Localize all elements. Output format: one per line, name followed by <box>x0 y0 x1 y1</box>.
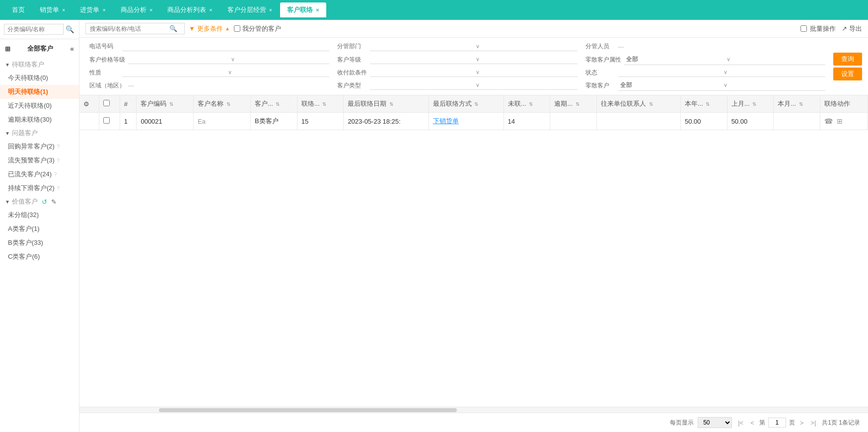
search-icon[interactable]: 🔍 <box>169 25 177 32</box>
batch-checkbox[interactable] <box>800 25 807 32</box>
col-contacts[interactable]: 联络... ⇅ <box>297 95 344 113</box>
nav-customer-tier[interactable]: 客户分层经营 × <box>220 2 279 17</box>
col-code[interactable]: 客户编码 ⇅ <box>137 95 194 113</box>
nav-customer-contact[interactable]: 客户联络 × <box>280 2 326 17</box>
close-customer-contact-icon[interactable]: × <box>316 7 319 13</box>
sidebar-item-abnormal[interactable]: 回购异常客户(2) ? <box>0 140 79 153</box>
sidebar-item-today[interactable]: 今天待联络(0) <box>0 71 79 85</box>
sidebar-group-pending[interactable]: ▼ 待联络客户 <box>0 58 79 71</box>
sidebar-item-week[interactable]: 近7天待联络(0) <box>0 99 79 113</box>
edit-icon[interactable]: ✎ <box>51 198 57 206</box>
last-page-btn[interactable]: >| <box>808 418 818 428</box>
close-customer-tier-icon[interactable]: × <box>269 7 272 13</box>
help-icon-lost[interactable]: ? <box>54 171 57 177</box>
sort-contacts-icon: ⇅ <box>322 101 326 107</box>
my-customers-check[interactable] <box>234 25 240 32</box>
sidebar-item-declining[interactable]: 持续下滑客户(2) ? <box>0 181 79 195</box>
last-method-link[interactable]: 下销货单 <box>433 117 459 125</box>
prev-page-btn[interactable]: < <box>748 418 756 428</box>
close-product-analysis-list-icon[interactable]: × <box>209 7 212 13</box>
filter-price-level-select[interactable]: ∨ <box>128 55 329 64</box>
sidebar-all-customers[interactable]: ⊞ 全部客户 « <box>0 41 79 56</box>
batch-operations-button[interactable]: 批量操作 <box>800 24 836 33</box>
col-this-month[interactable]: 本月... ⇅ <box>774 95 820 113</box>
filter-phone-input[interactable] <box>122 42 329 51</box>
sidebar-item-tomorrow[interactable]: 明天待联络(1) <box>0 85 79 99</box>
per-page-select[interactable]: 50 100 200 <box>698 417 732 428</box>
row-checkbox[interactable] <box>103 117 110 124</box>
sidebar-group-value[interactable]: ▼ 价值客户 ↺ ✎ <box>0 195 79 208</box>
filter-dept-select[interactable]: ∨ <box>370 42 577 51</box>
refresh-icon[interactable]: ↺ <box>42 198 47 206</box>
settings-button[interactable]: 设置 <box>833 68 862 80</box>
col-no-contact[interactable]: 未联... ⇅ <box>504 95 550 113</box>
export-button[interactable]: ↗ 导出 <box>842 24 862 33</box>
close-purchase-icon[interactable]: × <box>102 7 105 13</box>
sidebar-item-ungrouped[interactable]: 未分组(32) <box>0 208 79 222</box>
page-input[interactable] <box>768 418 786 428</box>
cell-code: 000021 <box>137 113 194 130</box>
filter-status-select[interactable]: ∨ <box>618 68 825 77</box>
filter-retail-customer-select[interactable]: 全部 ∨ <box>618 80 825 91</box>
help-icon-abnormal[interactable]: ? <box>57 144 60 149</box>
col-overdue[interactable]: 逾期... ⇅ <box>550 95 597 113</box>
nav-purchase[interactable]: 进货单 × <box>73 2 112 17</box>
horizontal-scrollbar[interactable] <box>79 407 868 413</box>
nav-sales[interactable]: 销货单 × <box>33 2 72 17</box>
chevron-down-icon8: ∨ <box>474 81 578 89</box>
more-filters-button[interactable]: ▼ 更多条件 ▲ <box>189 24 230 33</box>
col-last-month[interactable]: 上月... ⇅ <box>727 95 774 113</box>
select-all-checkbox[interactable] <box>103 100 110 106</box>
cell-checkbox[interactable] <box>99 113 120 130</box>
filter-payment-select[interactable]: ∨ <box>370 68 577 77</box>
nav-home[interactable]: 首页 <box>5 2 32 17</box>
help-icon-declining[interactable]: ? <box>57 185 60 191</box>
cell-contacts2 <box>596 113 680 130</box>
filter-customer-type-select[interactable]: ∨ <box>370 81 577 90</box>
contact-icon[interactable]: ☎ <box>824 117 833 125</box>
filter-region-dots[interactable]: ··· <box>128 81 134 89</box>
query-button[interactable]: 查询 <box>833 53 862 66</box>
sidebar-search-input[interactable] <box>4 24 64 35</box>
filter-retail-attr-select[interactable]: 全部 ∨ <box>624 54 825 65</box>
filter-icon: ▼ <box>189 25 195 32</box>
filter-manager-dots[interactable]: ··· <box>618 43 624 51</box>
page-unit: 页 <box>789 419 795 427</box>
close-sales-icon[interactable]: × <box>62 7 65 13</box>
col-name[interactable]: 客户名称 ⇅ <box>194 95 251 113</box>
col-checkbox[interactable] <box>99 95 120 113</box>
chevron-down-icon5: ∨ <box>226 68 330 76</box>
sidebar-item-lost[interactable]: 已流失客户(24) ? <box>0 167 79 181</box>
my-customers-checkbox[interactable]: 我分管的客户 <box>234 24 281 33</box>
scroll-thumb[interactable] <box>159 408 457 412</box>
close-product-analysis-icon[interactable]: × <box>149 7 152 13</box>
sidebar-item-b-class[interactable]: B类客户(33) <box>0 236 79 250</box>
col-type[interactable]: 客户... ⇅ <box>250 95 297 113</box>
cell-last-method[interactable]: 下销货单 <box>429 113 504 130</box>
action-icons: ☎ ⊞ <box>824 117 864 125</box>
col-settings[interactable]: ⚙ <box>79 95 99 113</box>
next-page-btn[interactable]: > <box>798 418 806 428</box>
col-last-date[interactable]: 最后联络日期 ⇅ <box>344 95 429 113</box>
sidebar-item-overdue[interactable]: 逾期未联络(30) <box>0 113 79 127</box>
col-this-year[interactable]: 本年... ⇅ <box>680 95 727 113</box>
more-icon[interactable]: ⊞ <box>837 117 843 125</box>
toolbar-right: 批量操作 ↗ 导出 <box>800 24 862 33</box>
sidebar-item-lostwarning[interactable]: 流失预警客户(3) ? <box>0 153 79 167</box>
first-page-btn[interactable]: |< <box>736 418 745 428</box>
collapse-icon[interactable]: « <box>70 45 74 53</box>
nav-product-analysis[interactable]: 商品分析 × <box>114 2 159 17</box>
nav-product-analysis-list[interactable]: 商品分析列表 × <box>160 2 219 17</box>
sidebar-group-problem[interactable]: ▼ 问题客户 <box>0 127 79 140</box>
help-icon-lostwarning[interactable]: ? <box>57 157 60 163</box>
sidebar-item-a-class[interactable]: A类客户(1) <box>0 222 79 236</box>
sidebar-search-icon[interactable]: 🔍 <box>66 25 74 33</box>
chevron-down-icon6: ∨ <box>474 68 578 76</box>
filter-customer-level-select[interactable]: ∨ <box>370 55 577 64</box>
col-last-method[interactable]: 最后联络方式 ⇅ <box>429 95 504 113</box>
col-contacts2[interactable]: 往来单位联系人 ⇅ <box>596 95 680 113</box>
sort-type-icon: ⇅ <box>276 101 280 107</box>
search-input[interactable] <box>90 25 169 32</box>
sidebar-item-c-class[interactable]: C类客户(6) <box>0 250 79 264</box>
filter-nature-select[interactable]: ∨ <box>122 68 329 77</box>
